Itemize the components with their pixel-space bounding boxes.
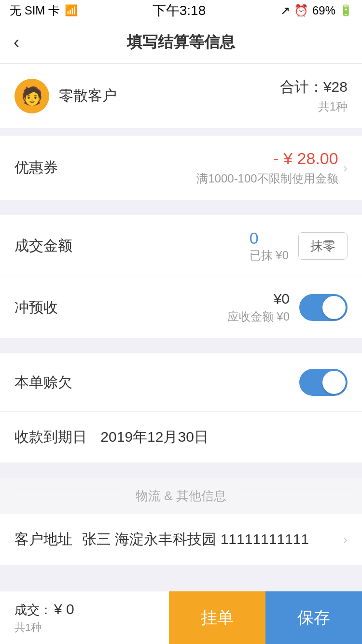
chevron-right-icon: › bbox=[343, 160, 348, 176]
coupon-sub: 满1000-100不限制使用金额 bbox=[196, 171, 338, 186]
coupon-value: - ¥ 28.00 bbox=[196, 149, 338, 168]
preadvance-value: ¥0 bbox=[227, 291, 290, 307]
customer-count: 共1种 bbox=[280, 99, 348, 114]
due-date-row: 收款到期日 2019年12月30日 bbox=[0, 412, 362, 462]
status-right: ↗ ⏰ 69% 🔋 bbox=[280, 4, 352, 17]
customer-name: 零散客户 bbox=[59, 86, 117, 106]
status-left: 无 SIM 卡 📶 bbox=[10, 3, 78, 18]
carrier-text: 无 SIM 卡 bbox=[10, 3, 60, 18]
customer-row: 🧑 零散客户 合计：¥28 共1种 bbox=[0, 64, 362, 128]
debt-label: 本单赊欠 bbox=[14, 373, 72, 392]
toggle-knob bbox=[322, 296, 346, 319]
separator-2 bbox=[0, 346, 362, 353]
coupon-label: 优惠券 bbox=[14, 158, 58, 178]
separator-1 bbox=[0, 208, 362, 215]
wifi-icon: 📶 bbox=[65, 4, 78, 17]
coupon-right: - ¥ 28.00 满1000-100不限制使用金额 › bbox=[196, 149, 348, 186]
preadvance-value-block: ¥0 应收金额 ¥0 bbox=[227, 291, 290, 324]
deal-amount-right: 0 已抹 ¥0 抹零 bbox=[250, 229, 348, 263]
save-button[interactable]: 保存 bbox=[265, 591, 362, 644]
debt-toggle-knob bbox=[322, 371, 346, 394]
status-time: 下午3:18 bbox=[153, 1, 206, 20]
back-button[interactable]: ‹ bbox=[14, 32, 19, 53]
preadvance-sub: 应收金额 ¥0 bbox=[227, 309, 290, 324]
coupon-section: 优惠券 - ¥ 28.00 满1000-100不限制使用金额 › bbox=[0, 136, 362, 200]
logistics-section: 物流 & 其他信息 bbox=[0, 478, 362, 514]
location-icon: ↗ bbox=[280, 4, 290, 17]
bottom-left: 成交： ¥ 0 共1种 bbox=[0, 601, 169, 635]
preadvance-right: ¥0 应收金额 ¥0 bbox=[227, 291, 348, 324]
hang-button[interactable]: 挂单 bbox=[169, 591, 265, 644]
debt-section: 本单赊欠 收款到期日 2019年12月30日 bbox=[0, 353, 362, 462]
deal-amount-row: 成交金额 0 已抹 ¥0 抹零 bbox=[0, 215, 362, 277]
preadvance-row: 冲预收 ¥0 应收金额 ¥0 bbox=[0, 277, 362, 338]
address-row[interactable]: 客户地址 张三 海淀永丰科技园 11111111111 › bbox=[0, 514, 362, 565]
avatar-icon: 🧑 bbox=[21, 86, 43, 106]
customer-left: 🧑 零散客户 bbox=[14, 79, 117, 113]
deal-amount-label: 成交金额 bbox=[14, 236, 72, 256]
due-date-label: 收款到期日 bbox=[14, 429, 87, 445]
debt-row: 本单赊欠 bbox=[0, 353, 362, 412]
deal-amount-value: 0 bbox=[250, 229, 289, 248]
bottom-count: 共1种 bbox=[14, 620, 154, 635]
debt-toggle[interactable] bbox=[299, 369, 348, 396]
divider-line-right bbox=[236, 496, 352, 496]
customer-avatar: 🧑 bbox=[14, 79, 49, 113]
round-off-button[interactable]: 抹零 bbox=[298, 232, 348, 260]
due-date-value: 2019年12月30日 bbox=[100, 429, 208, 445]
preadvance-toggle[interactable] bbox=[299, 294, 348, 321]
coupon-row[interactable]: 优惠券 - ¥ 28.00 满1000-100不限制使用金额 › bbox=[0, 136, 362, 200]
page-title: 填写结算等信息 bbox=[127, 32, 235, 53]
bottom-bar: 成交： ¥ 0 共1种 挂单 保存 bbox=[0, 591, 362, 644]
customer-section: 🧑 零散客户 合计：¥28 共1种 bbox=[0, 64, 362, 128]
bottom-deal-value: ¥ 0 bbox=[54, 601, 74, 617]
address-label: 客户地址 bbox=[14, 530, 72, 549]
deal-amount-section: 成交金额 0 已抹 ¥0 抹零 冲预收 ¥0 应收金额 ¥0 bbox=[0, 215, 362, 338]
address-chevron-icon: › bbox=[343, 532, 348, 547]
address-value: 张三 海淀永丰科技园 11111111111 bbox=[82, 530, 343, 549]
battery-icon: 🔋 bbox=[339, 4, 352, 17]
logistics-label: 物流 & 其他信息 bbox=[136, 488, 226, 504]
separator-3 bbox=[0, 470, 362, 478]
bottom-deal-label: 成交： bbox=[14, 602, 52, 618]
alarm-icon: ⏰ bbox=[294, 4, 308, 17]
deal-amount-sub: 已抹 ¥0 bbox=[250, 248, 289, 263]
customer-total: 合计：¥28 bbox=[280, 77, 348, 97]
header: ‹ 填写结算等信息 bbox=[0, 21, 362, 64]
battery-text: 69% bbox=[312, 4, 335, 17]
preadvance-label: 冲预收 bbox=[14, 298, 58, 318]
status-bar: 无 SIM 卡 📶 下午3:18 ↗ ⏰ 69% 🔋 bbox=[0, 0, 362, 21]
deal-amount-value-block: 0 已抹 ¥0 bbox=[250, 229, 289, 263]
coupon-value-block: - ¥ 28.00 满1000-100不限制使用金额 bbox=[196, 149, 338, 186]
customer-right: 合计：¥28 共1种 bbox=[280, 77, 348, 114]
address-section: 客户地址 张三 海淀永丰科技园 11111111111 › bbox=[0, 514, 362, 565]
divider-line-left bbox=[10, 496, 126, 496]
